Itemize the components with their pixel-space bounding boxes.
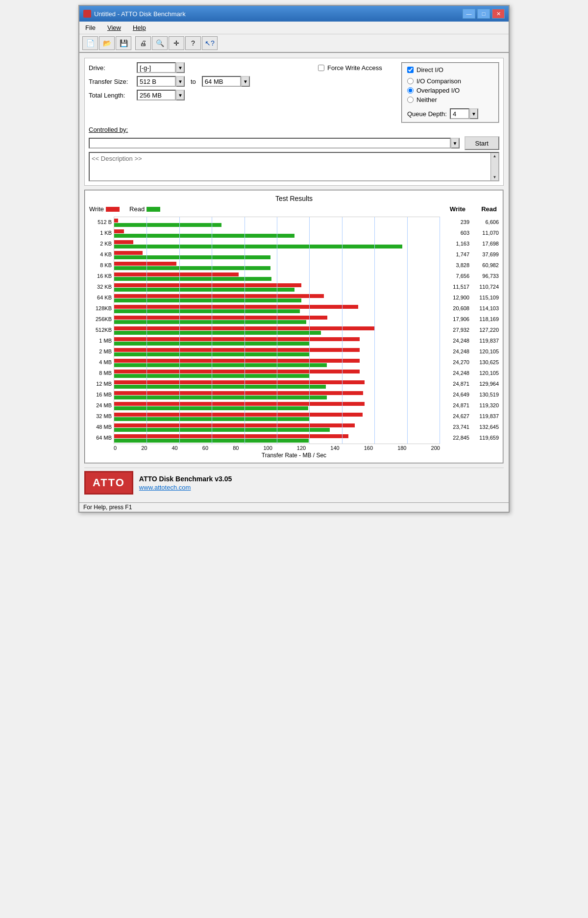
bar-row [114,239,440,249]
read-value: 129,964 [473,381,499,387]
toolbar: 📄 📂 💾 🖨 🔍 ✛ ? ↖? [79,34,509,53]
value-row: 1,74737,699 [444,249,499,260]
drive-select-box[interactable]: [-g-] [137,62,176,73]
value-row: 20,608114,103 [444,303,499,314]
start-button[interactable]: Start [465,136,499,150]
bar-row [114,249,440,260]
value-row: 1,16317,698 [444,238,499,249]
preview-button[interactable]: 🔍 [152,36,168,50]
move-button[interactable]: ✛ [169,36,184,50]
new-button[interactable]: 📄 [82,36,98,50]
read-value: 119,659 [473,435,499,441]
menu-help[interactable]: Help [130,23,149,32]
drive-row: Drive: [-g-] ▼ [89,62,313,73]
transfer-to-select[interactable]: 64 MB [202,76,241,87]
write-value: 603 [444,230,469,236]
value-row: 22,845119,659 [444,432,499,443]
description-box[interactable]: << Description >> ▲ ▼ [89,152,499,181]
bar-row [114,228,440,239]
menu-file[interactable]: File [82,23,98,32]
chart-label-row: 4 MB [89,357,112,368]
menu-bar: File View Help [79,22,509,34]
open-button[interactable]: 📂 [99,36,115,50]
footer: ATTO ATTO Disk Benchmark v3.05 www.attot… [84,468,504,497]
bar-read [114,223,221,227]
value-row: 24,649130,519 [444,389,499,400]
bar-row [114,260,440,271]
bar-row [114,303,440,314]
bar-row [114,433,440,444]
drive-label: Drive: [89,64,133,72]
value-row: 23,741132,645 [444,422,499,432]
chart-label-row: 2 KB [89,238,112,249]
write-value: 12,900 [444,295,469,300]
chart-container: 512 B1 KB2 KB4 KB8 KB16 KB32 KB64 KB128K… [89,217,499,444]
bar-write [114,262,176,266]
bar-write [114,402,365,406]
transfer-from-select[interactable]: 512 B [137,76,176,87]
bar-read [114,352,310,356]
transfer-from-arrow[interactable]: ▼ [176,76,185,87]
controlled-by-section: Controlled by: ▼ Start [89,126,499,150]
x-axis-tick: 180 [397,445,406,451]
neither-row: Neither [407,96,493,103]
io-comparison-radio[interactable] [407,78,414,84]
context-help-button[interactable]: ↖? [202,36,218,50]
bar-row [114,325,440,336]
x-axis-tick: 160 [364,445,373,451]
bars-inner [114,217,440,444]
transfer-size-label: Transfer Size: [89,78,133,85]
controlled-by-input[interactable] [89,138,451,149]
write-value: 11,517 [444,284,469,290]
bar-row [114,379,440,390]
close-button[interactable]: ✕ [492,9,505,19]
read-value: 96,733 [473,273,499,279]
chart-label-row: 64 MB [89,432,112,443]
total-length-label: Total Length: [89,92,133,99]
chart-label-row: 1 MB [89,335,112,346]
print-button[interactable]: 🖨 [135,36,151,50]
write-value: 1,163 [444,241,469,247]
direct-io-checkbox[interactable] [407,67,414,73]
value-row: 24,871119,320 [444,400,499,411]
queue-depth-arrow[interactable]: ▼ [469,108,478,119]
value-row: 24,248120,105 [444,368,499,378]
save-button[interactable]: 💾 [116,36,131,50]
bar-read [114,374,310,378]
menu-view[interactable]: View [104,23,124,32]
footer-url[interactable]: www.attotech.com [139,484,232,491]
neither-radio[interactable] [407,97,414,103]
bar-read [114,439,309,443]
scroll-up-arrow[interactable]: ▲ [493,154,497,158]
drive-select-arrow[interactable]: ▼ [176,62,185,73]
bar-write [114,423,355,427]
read-value: 119,837 [473,338,499,344]
value-row: 12,900115,109 [444,292,499,303]
transfer-to-arrow[interactable]: ▼ [241,76,250,87]
force-write-checkbox[interactable] [318,65,324,71]
chart-label-row: 8 KB [89,260,112,271]
value-row: 24,270130,625 [444,357,499,368]
bar-read [114,234,294,238]
read-value: 37,699 [473,251,499,257]
status-text: For Help, press F1 [83,504,132,511]
bar-read [114,320,306,324]
bar-read [114,428,330,432]
total-length-arrow[interactable]: ▼ [176,90,185,100]
value-row: 11,517110,724 [444,281,499,292]
x-axis-tick: 0 [114,445,117,451]
overlapped-io-radio[interactable] [407,87,414,94]
total-length-select[interactable]: 256 MB [137,90,176,100]
controlled-by-arrow[interactable]: ▼ [451,138,460,149]
bar-read [114,417,309,421]
help-button[interactable]: ? [185,36,201,50]
scroll-down-arrow[interactable]: ▼ [493,175,497,179]
legend-write-label: Write [89,205,104,213]
write-value: 24,248 [444,348,469,354]
main-window: Untitled - ATTO Disk Benchmark — □ ✕ Fil… [78,5,510,513]
write-value: 7,656 [444,273,469,279]
maximize-button[interactable]: □ [477,9,490,19]
chart-label-row: 2 MB [89,346,112,357]
minimize-button[interactable]: — [463,9,475,19]
queue-depth-select[interactable]: 4 [450,108,469,119]
